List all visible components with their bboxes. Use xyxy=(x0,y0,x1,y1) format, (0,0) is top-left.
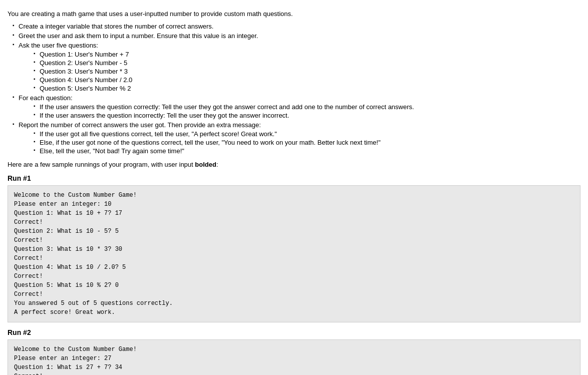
instruction-item-3: Ask the user five questions: Question 1:… xyxy=(13,42,580,92)
instructions-list: Create a integer variable that stores th… xyxy=(8,23,580,155)
question-2: Question 2: User's Number - 5 xyxy=(34,59,580,67)
extra-message-sublist: If the user got all five questions corre… xyxy=(19,130,580,155)
question-4: Question 4: User's Number / 2.0 xyxy=(34,76,580,84)
instruction-item-4: For each question: If the user answers t… xyxy=(13,94,580,119)
zero-score-note: Else, if the user got none of the questi… xyxy=(34,139,580,146)
perfect-score-note: If the user got all five questions corre… xyxy=(34,130,580,138)
run2-code-block: Welcome to the Custom Number Game! Pleas… xyxy=(8,339,580,375)
instruction-item-2: Greet the user and ask them to input a n… xyxy=(13,32,580,40)
run1-heading: Run #1 xyxy=(8,174,580,182)
sample-intro-text: Here are a few sample runnings of your p… xyxy=(8,161,580,168)
questions-sublist: Question 1: User's Number + 7 Question 2… xyxy=(19,51,580,92)
correct-answer-note: If the user answers the question correct… xyxy=(34,103,580,111)
incorrect-answer-note: If the user answers the question incorre… xyxy=(34,112,580,119)
instruction-item-5: Report the number of correct answers the… xyxy=(13,121,580,155)
run1-code-block: Welcome to the Custom Number Game! Pleas… xyxy=(8,185,580,322)
else-note: Else, tell the user, "Not bad! Try again… xyxy=(34,147,580,155)
question-3: Question 3: User's Number * 3 xyxy=(34,68,580,75)
for-each-question-sublist: If the user answers the question correct… xyxy=(19,103,580,119)
run2-heading: Run #2 xyxy=(8,328,580,336)
question-1: Question 1: User's Number + 7 xyxy=(34,51,580,58)
question-5: Question 5: User's Number % 2 xyxy=(34,85,580,92)
instruction-item-1: Create a integer variable that stores th… xyxy=(13,23,580,30)
intro-description: You are creating a math game that uses a… xyxy=(8,10,580,18)
